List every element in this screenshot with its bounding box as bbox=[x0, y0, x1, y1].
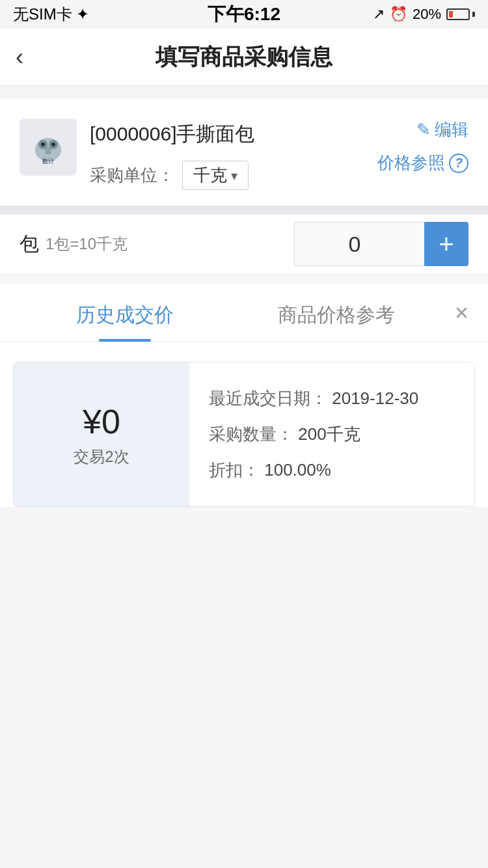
quantity-input-group: + bbox=[294, 222, 468, 266]
history-trade-count: 交易2次 bbox=[74, 446, 129, 467]
history-right-panel: 最近成交日期： 2019-12-30 采购数量： 200千克 折扣： 100.0… bbox=[189, 362, 474, 506]
unit-value: 千克 bbox=[193, 164, 227, 187]
edit-button[interactable]: ✎ 编辑 bbox=[416, 118, 468, 141]
price-ref-icon: ? bbox=[449, 154, 468, 173]
price-reference-button[interactable]: 价格参照 ? bbox=[377, 152, 468, 174]
recent-date-value: 2019-12-30 bbox=[332, 388, 418, 408]
quantity-input[interactable] bbox=[294, 222, 424, 266]
history-price: ¥0 bbox=[83, 402, 120, 441]
product-top-row: 数计 [0000006]手撕面包 采购单位： 千克 ▾ ✎ 编辑 bbox=[20, 118, 468, 190]
tab-close-button[interactable]: × bbox=[442, 286, 468, 340]
close-icon: × bbox=[455, 299, 468, 326]
status-bar: 无SIM卡 ✦ 下午6:12 ↗ ⏰ 20% bbox=[0, 0, 488, 29]
tab-price-ref-label: 商品价格参考 bbox=[278, 304, 395, 325]
history-discount-row: 折扣： 100.00% bbox=[209, 457, 455, 483]
status-right: ↗ ⏰ 20% bbox=[373, 6, 475, 23]
unit-dropdown-arrow: ▾ bbox=[231, 168, 237, 183]
back-button[interactable]: ‹ bbox=[16, 44, 23, 71]
product-details: [0000006]手撕面包 采购单位： 千克 ▾ bbox=[90, 118, 254, 190]
history-left-panel: ¥0 交易2次 bbox=[14, 362, 189, 506]
section-divider bbox=[0, 206, 488, 215]
battery-icon bbox=[446, 8, 475, 20]
svg-point-5 bbox=[44, 147, 52, 152]
tab-history-label: 历史成交价 bbox=[76, 304, 174, 325]
tab-bar: 历史成交价 商品价格参考 × bbox=[0, 284, 488, 342]
status-carrier: 无SIM卡 ✦ bbox=[13, 4, 89, 25]
tab-section: 历史成交价 商品价格参考 × ¥0 交易2次 最近成交日期： 2019-12-3… bbox=[0, 284, 488, 507]
unit-select[interactable]: 千克 ▾ bbox=[182, 161, 249, 190]
tab-price-reference[interactable]: 商品价格参考 bbox=[230, 284, 441, 342]
bottom-area bbox=[0, 526, 488, 868]
purchase-quantity-label: 采购数量： bbox=[209, 424, 293, 444]
location-icon: ↗ bbox=[373, 6, 385, 23]
svg-point-4 bbox=[51, 142, 55, 146]
product-unit-row: 采购单位： 千克 ▾ bbox=[90, 161, 254, 190]
status-time: 下午6:12 bbox=[208, 2, 280, 27]
discount-label: 折扣： bbox=[209, 460, 260, 480]
product-info-left: 数计 [0000006]手撕面包 采购单位： 千克 ▾ bbox=[20, 118, 254, 190]
product-card: 数计 [0000006]手撕面包 采购单位： 千克 ▾ ✎ 编辑 bbox=[0, 99, 488, 206]
tab-history-price[interactable]: 历史成交价 bbox=[20, 284, 230, 342]
recent-date-label: 最近成交日期： bbox=[209, 388, 327, 408]
page-title: 填写商品采购信息 bbox=[156, 42, 332, 72]
alarm-icon: ⏰ bbox=[390, 6, 407, 23]
quantity-row: 包 1包=10千克 + bbox=[0, 215, 488, 273]
page-header: ‹ 填写商品采购信息 bbox=[0, 29, 488, 86]
plus-icon: + bbox=[439, 230, 454, 259]
svg-point-3 bbox=[41, 142, 45, 146]
history-quantity-row: 采购数量： 200千克 bbox=[209, 422, 455, 447]
quantity-unit: 包 bbox=[20, 231, 39, 258]
carrier-text: 无SIM卡 ✦ bbox=[13, 4, 89, 25]
quantity-conversion: 1包=10千克 bbox=[46, 234, 128, 254]
discount-value: 100.00% bbox=[264, 460, 331, 480]
quantity-label: 包 1包=10千克 bbox=[20, 231, 128, 258]
history-card: ¥0 交易2次 最近成交日期： 2019-12-30 采购数量： 200千克 折… bbox=[13, 362, 475, 507]
battery-percent: 20% bbox=[413, 6, 441, 23]
edit-icon: ✎ bbox=[416, 120, 431, 140]
product-right-actions: ✎ 编辑 价格参照 ? bbox=[377, 118, 468, 174]
product-thumbnail: 数计 bbox=[20, 118, 77, 176]
history-recent-date-row: 最近成交日期： 2019-12-30 bbox=[209, 386, 455, 411]
quantity-plus-button[interactable]: + bbox=[424, 222, 468, 266]
price-ref-label: 价格参照 bbox=[377, 152, 445, 174]
svg-text:数计: 数计 bbox=[42, 158, 55, 165]
product-name: [0000006]手撕面包 bbox=[90, 121, 254, 148]
purchase-quantity-value: 200千克 bbox=[298, 424, 360, 444]
unit-label: 采购单位： bbox=[90, 164, 174, 187]
edit-label: 编辑 bbox=[435, 118, 468, 141]
